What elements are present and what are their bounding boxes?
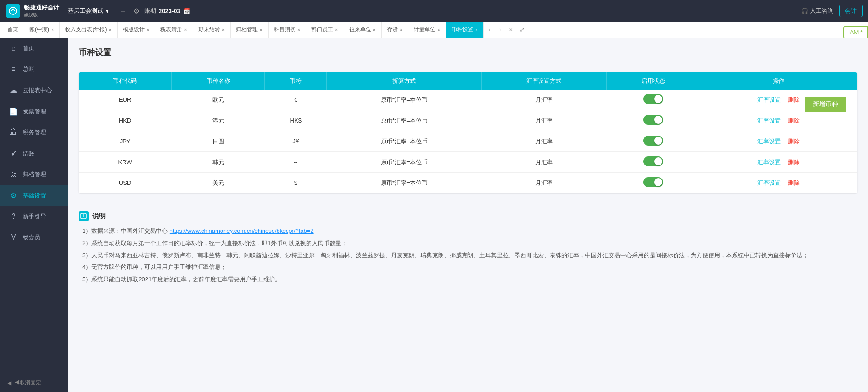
invoice-icon: 📄 [9,107,18,116]
close-icon[interactable]: × [51,27,54,33]
sidebar-item-ledger[interactable]: ≡ 总账 [0,59,68,80]
company-selector[interactable]: 基层工会测试 ▾ [64,5,113,17]
tab-tax-list[interactable]: 税表清册 × [155,22,193,38]
toggle-switch[interactable] [643,156,663,166]
cell-code: EUR [79,90,171,110]
close-icon[interactable]: × [373,27,376,33]
close-icon[interactable]: × [475,27,478,33]
close-icon[interactable]: × [259,27,262,33]
header-right: 🎧 人工咨询 会计 [801,5,863,17]
sidebar-item-label: 归档管理 [23,170,46,179]
delete-button[interactable]: 删除 [788,159,800,165]
tab-label: 模版设计 [123,26,145,33]
cell-code: USD [79,173,171,194]
rate-setting-button[interactable]: 汇率设置 [757,117,781,124]
tab-inventory[interactable]: 存货 × [382,22,408,38]
notice-item-2: 2）系统自动获取每月第一个工作日的汇率标价，统一为直接标价法，即1外币可以兑换的… [82,239,857,248]
settings-icon[interactable]: ⚙ [133,7,140,15]
col-header-calc: 折算方式 [327,72,482,90]
tab-template[interactable]: 模版设计 × [118,22,155,38]
tab-homepage-label: 首页 [7,26,18,33]
notice-list: 1）数据来源：中国外汇交易中心 https://www.chinamoney.c… [79,227,857,284]
rate-setting-button[interactable]: 汇率设置 [757,159,781,165]
close-icon[interactable]: × [222,27,225,33]
close-icon[interactable]: × [184,27,187,33]
close-icon[interactable]: × [437,27,440,33]
new-currency-button[interactable]: 新增币种 [805,97,846,112]
iam-badge[interactable]: iAM * [843,26,868,38]
rate-setting-button[interactable]: 汇率设置 [757,138,781,145]
close-icon[interactable]: × [297,27,300,33]
cell-rate-type: 月汇率 [481,110,606,131]
tab-unit[interactable]: 计量单位 × [408,22,446,38]
rate-setting-button[interactable]: 汇率设置 [757,96,781,103]
sidebar-item-settle[interactable]: ✔ 结账 [0,143,68,164]
close-icon[interactable]: × [108,27,111,33]
tab-period-transfer[interactable]: 期末结转 × [193,22,231,38]
table-row: KRW 韩元 -- 原币*汇率=本位币 月汇率 汇率设置 删除 [79,152,857,173]
sidebar-item-invoice[interactable]: 📄 发票管理 [0,101,68,122]
toggle-switch[interactable] [643,177,663,187]
sidebar: ⌂ 首页 ≡ 总账 ☁ 云报表中心 📄 发票管理 🏛 税务管理 ✔ 结账 [0,38,68,392]
tab-next-button[interactable]: › [495,22,505,38]
cloud-icon: ☁ [9,86,18,94]
company-name: 基层工会测试 [68,7,103,15]
tab-archive[interactable]: 归档管理 × [231,22,268,38]
consulting-button[interactable]: 🎧 人工咨询 [801,7,834,15]
sidebar-item-tax[interactable]: 🏛 税务管理 [0,122,68,143]
cell-status [607,152,700,173]
archive-icon: 🗂 [9,170,18,179]
cell-symbol: J¥ [265,131,327,152]
close-icon[interactable]: × [146,27,149,33]
cell-code: HKD [79,110,171,131]
add-company-button[interactable]: ＋ [117,5,129,16]
collapse-icon: ◀ [7,380,11,386]
cell-calc: 原币*汇率=本位币 [327,173,482,194]
sidebar-collapse-button[interactable]: ◀ ◀取消固定 [0,373,68,392]
sidebar-item-vip[interactable]: V 畅会员 [0,227,68,248]
calendar-icon[interactable]: 📅 [183,8,190,14]
sidebar-item-reports[interactable]: ☁ 云报表中心 [0,80,68,101]
delete-button[interactable]: 删除 [788,138,800,145]
tab-bar: 首页 账(中期) × 收入支出表(年报) × 模版设计 × 税表清册 × 期末结… [0,22,868,38]
tab-prev-button[interactable]: ‹ [484,22,495,38]
cell-symbol: € [265,90,327,110]
tab-currency[interactable]: 币种设置 × [446,22,484,38]
account-button[interactable]: 会计 [839,5,863,17]
tab-income-annual[interactable]: 收入支出表(年报) × [60,22,117,38]
sidebar-item-home[interactable]: ⌂ 首页 [0,38,68,59]
notice-item-5: 5）系统只能自动抓取2021年度后的汇率，之前年度汇率需要用户手工维护。 [82,275,857,284]
delete-button[interactable]: 删除 [788,96,800,103]
tab-homepage[interactable]: 首页 [2,22,24,38]
col-header-name: 币种名称 [171,72,265,90]
rate-setting-button[interactable]: 汇率设置 [757,179,781,186]
tab-dept-staff[interactable]: 部门员工 × [306,22,344,38]
close-icon[interactable]: × [400,27,402,33]
tab-close-all-button[interactable]: × [505,22,516,38]
toggle-switch[interactable] [643,94,663,104]
cell-status [607,90,700,110]
close-icon[interactable]: × [335,27,338,33]
chevron-down-icon: ▾ [106,8,109,14]
sidebar-item-archive[interactable]: 🗂 归档管理 [0,164,68,185]
table-row: JPY 日圆 J¥ 原币*汇率=本位币 月汇率 汇率设置 删除 [79,131,857,152]
tab-label: 账(中期) [29,26,49,33]
toggle-switch[interactable] [643,136,663,146]
delete-button[interactable]: 删除 [788,117,800,124]
sidebar-item-guide[interactable]: ? 新手引导 [0,206,68,227]
tab-subject-init[interactable]: 科目期初 × [269,22,306,38]
headset-icon: 🎧 [801,8,808,14]
tab-label: 存货 [387,26,398,33]
sidebar-item-basic-settings[interactable]: ⚙ 基础设置 [0,185,68,206]
cell-rate-type: 月汇率 [481,90,606,110]
vip-icon: V [9,233,18,241]
notice-link[interactable]: https://www.chinamoney.com.cn/chinese/bk… [170,227,314,234]
notice-title-text: 说明 [92,212,106,221]
tab-account-mid[interactable]: 账(中期) × [24,22,60,38]
toggle-switch[interactable] [643,115,663,125]
table-row: EUR 欧元 € 原币*汇率=本位币 月汇率 汇率设置 删除 [79,90,857,110]
cell-name: 韩元 [171,152,265,173]
tab-expand-button[interactable]: ⤢ [516,22,527,38]
tab-customers[interactable]: 往来单位 × [344,22,382,38]
delete-button[interactable]: 删除 [788,179,800,186]
